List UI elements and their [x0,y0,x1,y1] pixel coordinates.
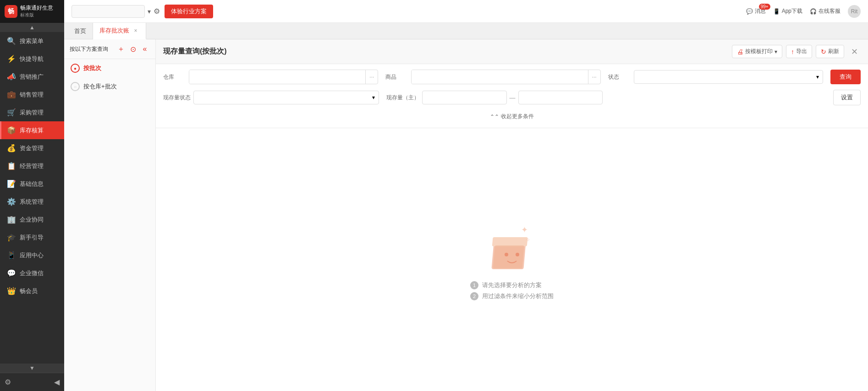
nav-icon-quick-nav: ⚡ [7,54,16,63]
sidebar-item-purchase[interactable]: 🛒采购管理 [0,103,64,121]
svg-rect-1 [492,237,528,246]
empty-svg: ✦ ✧ [484,219,539,274]
nav-label-marketing: 营销推广 [20,73,44,81]
inventory-status-dropdown[interactable]: ▾ [193,91,379,104]
product-field: 商品 ··· [385,70,600,84]
sidebar-scroll-up[interactable]: ▲ [0,23,64,32]
sidebar-item-wechat[interactable]: 💬企业微信 [0,264,64,282]
sidebar-item-member[interactable]: 👑畅会员 [0,282,64,300]
warehouse-dots-btn[interactable]: ··· [365,70,378,84]
sidebar-item-basic-info[interactable]: 📝基础信息 [0,175,64,193]
sidebar-item-marketing[interactable]: 📣营销推广 [0,68,64,86]
print-btn[interactable]: 🖨 按模板打印 ▾ [732,45,782,58]
sidebar-item-operations[interactable]: 📋经营管理 [0,157,64,175]
product-input-wrapper: ··· [411,70,600,84]
scheme-label-by-warehouse-batch: 按仓库+批次 [83,82,117,91]
nav-icon-guide: 🎓 [7,233,16,242]
empty-illustration: ✦ ✧ [484,219,539,274]
collapse-btn[interactable]: ⌃⌃ 收起更多条件 [490,113,534,120]
nav-label-search: 搜索菜单 [20,37,44,45]
tab-label-home: 首页 [74,27,86,35]
topbar-search-input[interactable] [71,5,145,18]
nav-label-app-center: 应用中心 [20,251,44,260]
app-info: 畅康通好生意 标准版 [20,5,53,18]
nav-label-member: 畅会员 [20,287,38,295]
nav-label-inventory: 库存核算 [20,126,44,135]
product-input[interactable] [412,70,588,84]
collapse-icon[interactable]: ◀ [54,378,60,386]
messages-btn[interactable]: 💬 消息 99+ [746,7,766,15]
avatar: Rit [848,5,861,18]
sidebar-item-finance[interactable]: 💰资金管理 [0,139,64,157]
trial-btn[interactable]: 体验行业方案 [165,5,213,18]
tab-label-inventory-batch: 库存批次账 [99,27,129,35]
svg-rect-2 [493,245,524,268]
status-dropdown[interactable]: ▾ [634,70,823,84]
inventory-status-label: 现存量状态 [163,94,191,102]
filter-panel-header: 按以下方案查询 ＋ ⊙ « [64,39,155,59]
messages-badge: 99+ [759,4,770,10]
inventory-status-field: 现存量状态 ▾ [163,91,379,104]
scheme-item-by-warehouse-batch[interactable]: ○ 按仓库+批次 [64,77,155,96]
sidebar-item-quick-nav[interactable]: ⚡快捷导航 [0,50,64,68]
query-btn[interactable]: 查询 [830,70,861,84]
tab-close-inventory-batch[interactable]: × [132,27,139,34]
user-avatar-btn[interactable]: Rit [848,5,861,18]
search-form: 仓库 ··· 商品 ··· 状态 [156,64,868,128]
nav-icon-operations: 📋 [7,162,16,170]
nav-label-basic-info: 基础信息 [20,180,44,188]
page-header-actions: 🖨 按模板打印 ▾ ↑ 导出 ↻ 刷新 ✕ [732,45,861,58]
nav-icon-wechat: 💬 [7,269,16,277]
qty-max-input[interactable] [518,91,603,104]
scheme-active-icon: ● [71,64,80,73]
tab-inventory-batch[interactable]: 库存批次账× [93,23,146,39]
settings-icon[interactable]: ⚙ [5,378,11,386]
tip-num-1: 1 [470,281,478,289]
content-area: 现存量查询(按批次) 🖨 按模板打印 ▾ ↑ 导出 ↻ 刷新 [156,39,868,391]
sidebar-scroll-down[interactable]: ▼ [0,364,64,373]
nav-icon-finance: 💰 [7,144,16,152]
scheme-settings-btn[interactable]: ⊙ [128,44,138,54]
filter-panel: 按以下方案查询 ＋ ⊙ « ● 按批次 ○ 按仓库+批次 [64,39,156,391]
nav-icon-inventory: 📦 [7,126,16,135]
warehouse-input[interactable] [189,70,365,84]
sidebar-item-system[interactable]: ⚙️系统管理 [0,193,64,211]
topbar: ▾ ⚙ 体验行业方案 💬 消息 99+ 📱 App下载 🎧 在线客服 Rit [64,0,868,23]
topbar-dropdown-btn[interactable]: ▾ [148,8,151,15]
sidebar-item-search[interactable]: 🔍搜索菜单 [0,32,64,50]
collapse-row: ⌃⌃ 收起更多条件 [163,111,861,122]
page-header: 现存量查询(按批次) 🖨 按模板打印 ▾ ↑ 导出 ↻ 刷新 [156,39,868,64]
online-service-btn[interactable]: 🎧 在线客服 [810,7,841,15]
export-icon: ↑ [791,48,794,55]
app-download-btn[interactable]: 📱 App下载 [773,7,802,15]
app-version: 标准版 [20,12,53,18]
settings-btn[interactable]: 设置 [833,90,861,105]
page-close-btn[interactable]: ✕ [848,45,861,58]
sidebar-item-enterprise[interactable]: 🏢企业协同 [0,211,64,228]
refresh-btn[interactable]: ↻ 刷新 [816,45,844,58]
sidebar-item-guide[interactable]: 🎓新手引导 [0,228,64,246]
collapse-panel-btn[interactable]: « [140,44,150,54]
main-wrapper: ▾ ⚙ 体验行业方案 💬 消息 99+ 📱 App下载 🎧 在线客服 Rit [64,0,868,391]
nav-icon-sales: 💼 [7,90,16,99]
tab-bar: 首页库存批次账× [64,23,868,39]
empty-tips: 1 请先选择要分析的方案 2 用过滤条件来缩小分析范围 [470,281,554,300]
scheme-item-by-batch[interactable]: ● 按批次 [64,59,155,77]
nav-icon-enterprise: 🏢 [7,215,16,224]
warehouse-label: 仓库 [163,73,186,81]
qty-dash: — [510,94,516,101]
product-dots-btn[interactable]: ··· [588,70,600,84]
svg-text:✧: ✧ [526,237,530,243]
tab-home[interactable]: 首页 [68,23,93,39]
qty-min-input[interactable] [422,91,506,104]
sidebar-item-app-center[interactable]: 📱应用中心 [0,246,64,264]
topbar-gear-icon[interactable]: ⚙ [154,7,160,16]
print-dropdown-icon: ▾ [775,49,777,55]
sidebar-item-inventory[interactable]: 📦库存核算 [0,121,64,139]
form-row-1: 仓库 ··· 商品 ··· 状态 [163,70,861,84]
export-btn[interactable]: ↑ 导出 [786,45,812,58]
nav-label-quick-nav: 快捷导航 [20,55,44,63]
add-scheme-btn[interactable]: ＋ [116,44,126,54]
sidebar-item-sales[interactable]: 💼销售管理 [0,86,64,103]
app-title: 畅康通好生意 [20,5,53,12]
